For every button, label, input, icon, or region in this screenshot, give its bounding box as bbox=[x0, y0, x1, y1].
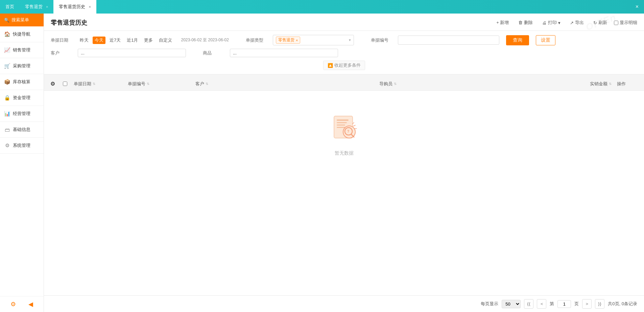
svg-text:?: ? bbox=[347, 130, 349, 133]
bill-no-input[interactable] bbox=[398, 36, 499, 45]
tab-retail-return-close[interactable]: × bbox=[46, 5, 48, 9]
date-opt-today[interactable]: 今天 bbox=[93, 37, 105, 44]
content-area: 零售退货历史 + 新增 🗑 删除 🖨 打印 ▾ ↗ 导出 ↻ 刷新 bbox=[44, 14, 644, 312]
th-date[interactable]: 单据日期 ⇅ bbox=[71, 77, 125, 90]
window-close-button[interactable]: × bbox=[636, 4, 639, 10]
th-customer-sort-icon: ⇅ bbox=[206, 82, 208, 86]
inventory-icon: 📦 bbox=[4, 79, 10, 85]
customer-select[interactable]: ... bbox=[78, 49, 186, 57]
sidebar-item-purchase[interactable]: 🛒 采购管理 bbox=[0, 58, 44, 74]
bill-no-label: 单据编号 bbox=[371, 37, 391, 43]
collapse-filter-label: 收起更多条件 bbox=[334, 62, 361, 68]
tab-retail-return[interactable]: 零售退货 × bbox=[20, 0, 53, 14]
goods-dots: ... bbox=[233, 50, 237, 55]
delete-button[interactable]: 🗑 删除 bbox=[516, 18, 535, 27]
select-all-checkbox[interactable] bbox=[63, 82, 67, 86]
base-info-icon: 🗃 bbox=[4, 127, 10, 133]
export-button[interactable]: ↗ 导出 bbox=[567, 18, 587, 27]
sidebar-item-quick-nav[interactable]: 🏠 快捷导航 bbox=[0, 26, 44, 42]
date-opt-yesterday[interactable]: 昨天 bbox=[78, 37, 91, 44]
bill-type-tag-text: 零售退货 bbox=[278, 37, 294, 43]
page-suffix: 页 bbox=[574, 301, 579, 307]
prev-page-button[interactable]: ＜ bbox=[537, 299, 546, 309]
export-icon: ↗ bbox=[570, 20, 574, 25]
settings-bottom-icon[interactable]: ⚙ bbox=[10, 300, 16, 308]
th-customer[interactable]: 客户 ⇅ bbox=[193, 77, 377, 90]
table-container: ⚙ 单据日期 ⇅ 单据编号 ⇅ 客户 ⇅ 导购员 bbox=[44, 77, 644, 295]
print-icon: 🖨 bbox=[542, 20, 547, 25]
goods-filter-label: 商品 bbox=[203, 50, 223, 56]
filter-row-2: 客户 ... 商品 ... bbox=[51, 49, 637, 57]
page-title: 零售退货历史 bbox=[51, 19, 87, 27]
empty-state: ? 暂无数据 bbox=[44, 91, 644, 170]
sidebar-search-label: 搜索菜单 bbox=[11, 17, 29, 23]
show-detail-checkbox-wrapper[interactable]: 显示明细 bbox=[614, 20, 637, 26]
date-opt-custom[interactable]: 自定义 bbox=[157, 37, 174, 44]
sales-icon: 📈 bbox=[4, 47, 10, 53]
page-number-input[interactable] bbox=[557, 300, 571, 308]
th-guide-sort-icon: ⇅ bbox=[394, 82, 397, 86]
bill-type-label: 单据类型 bbox=[246, 37, 266, 43]
tab-list: 首页 零售退货 × 零售退货历史 × bbox=[0, 0, 644, 14]
th-amount[interactable]: 实销金额 ⇅ bbox=[431, 77, 615, 90]
bill-type-select[interactable]: 零售退货 × ▾ bbox=[273, 35, 354, 45]
operations-icon: 📊 bbox=[4, 111, 10, 117]
th-action-label: 操作 bbox=[617, 81, 626, 87]
date-opt-1month[interactable]: 近1月 bbox=[125, 37, 140, 44]
sidebar-item-base-info[interactable]: 🗃 基础信息 bbox=[0, 122, 44, 138]
top-bar: 首页 零售退货 × 零售退货历史 × × bbox=[0, 0, 644, 14]
date-opt-more[interactable]: 更多 bbox=[142, 37, 155, 44]
refresh-label: 刷新 bbox=[598, 20, 607, 26]
export-label: 导出 bbox=[575, 20, 584, 26]
th-bill-no[interactable]: 单据编号 ⇅ bbox=[125, 77, 193, 90]
next-page-button[interactable]: ＞ bbox=[582, 299, 592, 309]
bill-type-arrow-icon: ▾ bbox=[349, 38, 351, 42]
last-page-button[interactable]: ⟩⟩ bbox=[595, 299, 604, 309]
search-icon: 🔍 bbox=[4, 18, 9, 23]
sidebar-search[interactable]: 🔍 搜索菜单 bbox=[0, 14, 44, 26]
tab-retail-return-history-close[interactable]: × bbox=[89, 5, 91, 9]
new-button[interactable]: + 新增 bbox=[494, 18, 511, 27]
sidebar-item-finance-label: 资金管理 bbox=[13, 95, 30, 101]
empty-text: 暂无数据 bbox=[335, 150, 354, 156]
table-header: ⚙ 单据日期 ⇅ 单据编号 ⇅ 客户 ⇅ 导购员 bbox=[44, 77, 644, 91]
collapse-filter-button[interactable]: 🔼 收起更多条件 bbox=[323, 61, 365, 70]
collapse-sidebar-icon[interactable]: ◀ bbox=[28, 300, 33, 308]
goods-select[interactable]: ... bbox=[230, 49, 338, 57]
tab-retail-return-history[interactable]: 零售退货历史 × bbox=[53, 0, 96, 14]
refresh-button[interactable]: ↻ 刷新 bbox=[591, 18, 610, 27]
settings-button[interactable]: 设置 bbox=[536, 35, 555, 45]
show-detail-checkbox[interactable] bbox=[614, 21, 618, 25]
show-detail-label: 显示明细 bbox=[620, 20, 637, 26]
sidebar-item-operations[interactable]: 📊 经营管理 bbox=[0, 106, 44, 122]
sidebar-item-system-label: 系统管理 bbox=[13, 142, 30, 149]
query-button[interactable]: 查询 bbox=[506, 35, 529, 45]
th-bill-no-sort-icon: ⇅ bbox=[147, 82, 149, 86]
purchase-icon: 🛒 bbox=[4, 63, 10, 69]
sidebar-item-finance[interactable]: 🔒 资金管理 bbox=[0, 90, 44, 106]
print-dropdown-icon: ▾ bbox=[558, 20, 560, 25]
th-customer-label: 客户 bbox=[195, 81, 204, 87]
th-guide[interactable]: 导购员 ⇅ bbox=[377, 77, 431, 90]
th-amount-sort-icon: ⇅ bbox=[609, 82, 612, 86]
empty-illustration: ? bbox=[327, 111, 361, 145]
sidebar-item-sales[interactable]: 📈 销售管理 bbox=[0, 42, 44, 58]
per-page-select[interactable]: 20 50 100 bbox=[502, 300, 521, 308]
tab-home-label: 首页 bbox=[5, 4, 14, 10]
per-page-label: 每页显示 bbox=[481, 301, 498, 307]
sidebar-bottom: ⚙ ◀ bbox=[0, 296, 44, 312]
refresh-icon: ↻ bbox=[593, 20, 597, 25]
tab-home[interactable]: 首页 bbox=[0, 0, 20, 14]
system-icon: ⚙ bbox=[4, 142, 10, 149]
th-checkbox[interactable] bbox=[59, 82, 71, 86]
tab-retail-return-label: 零售退货 bbox=[25, 4, 43, 10]
print-button[interactable]: 🖨 打印 ▾ bbox=[540, 18, 563, 27]
sidebar-item-base-info-label: 基础信息 bbox=[13, 127, 30, 133]
main-layout: 🔍 搜索菜单 🏠 快捷导航 📈 销售管理 🛒 采购管理 📦 库存核算 🔒 资金管… bbox=[0, 14, 644, 312]
date-opt-7days[interactable]: 近7天 bbox=[108, 37, 123, 44]
sidebar-item-inventory[interactable]: 📦 库存核算 bbox=[0, 74, 44, 90]
bill-type-tag-close[interactable]: × bbox=[296, 38, 298, 42]
th-settings[interactable]: ⚙ bbox=[47, 81, 59, 87]
sidebar-item-system[interactable]: ⚙ 系统管理 bbox=[0, 138, 44, 154]
first-page-button[interactable]: ⟨⟨ bbox=[524, 299, 533, 309]
